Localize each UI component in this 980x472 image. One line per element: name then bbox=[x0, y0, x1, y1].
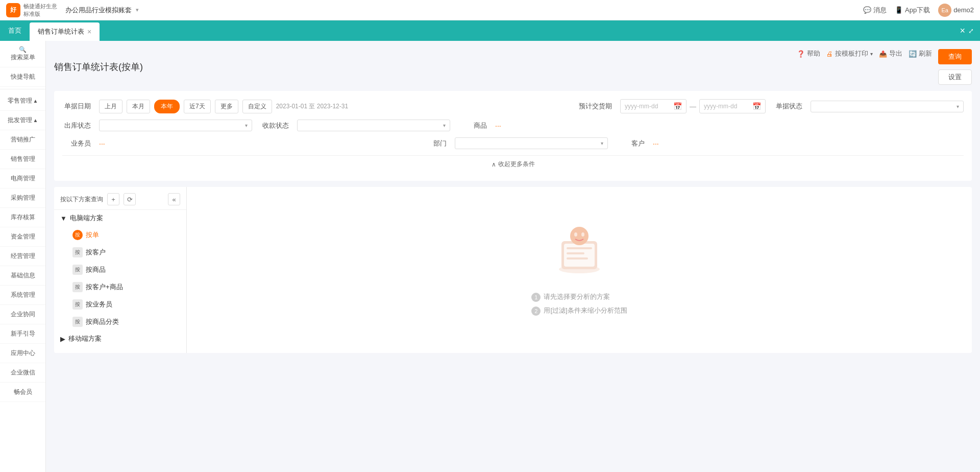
sidebar-item-member[interactable]: 畅会员 bbox=[0, 383, 45, 402]
sidebar-item-operations[interactable]: 经营管理 bbox=[0, 247, 45, 266]
customer-more-icon[interactable]: ··· bbox=[653, 139, 659, 148]
workspace-title: 办公用品行业模拟账套 bbox=[65, 6, 132, 15]
sidebar-item-inventory[interactable]: 库存核算 bbox=[0, 208, 45, 227]
svg-rect-6 bbox=[567, 247, 592, 249]
expected-date-end-input[interactable]: yyyy-mm-dd 📅 bbox=[699, 99, 766, 113]
print-dropdown-arrow[interactable]: ▾ bbox=[870, 51, 873, 57]
salesman-filter-section: ··· bbox=[99, 139, 410, 148]
sidebar-shortcut[interactable]: 快捷导航 bbox=[0, 67, 45, 87]
tree-node-by-order[interactable]: 按 按单 bbox=[66, 226, 186, 244]
date-btn-last-month[interactable]: 上月 bbox=[99, 100, 122, 113]
date-btn-this-year[interactable]: 本年 bbox=[154, 100, 180, 113]
department-arrow: ▾ bbox=[601, 140, 603, 146]
sidebar-item-sales[interactable]: 销售管理 bbox=[0, 150, 45, 169]
status-select[interactable]: ▾ bbox=[811, 101, 964, 112]
sidebar-item-app-center[interactable]: 应用中心 bbox=[0, 344, 45, 363]
refresh-button[interactable]: 🔄 刷新 bbox=[909, 49, 932, 58]
by-order-icon: 按 bbox=[72, 230, 83, 240]
template-print-button[interactable]: 🖨 按模板打印 ▾ bbox=[826, 49, 873, 58]
mobile-scheme-expand[interactable]: ▶ bbox=[60, 335, 65, 343]
status-select-arrow: ▾ bbox=[957, 104, 959, 109]
tree-node-by-salesman[interactable]: 按 按业务员 bbox=[66, 296, 186, 313]
svg-rect-8 bbox=[567, 257, 588, 259]
expected-date-start-input[interactable]: yyyy-mm-dd 📅 bbox=[620, 99, 687, 113]
add-scheme-button[interactable]: + bbox=[107, 193, 119, 205]
left-panel-toolbar: 按以下方案查询 + ⟳ « bbox=[54, 193, 186, 210]
logo-area: 好 畅捷通好生意 标准版 bbox=[6, 3, 57, 17]
sidebar-item-system[interactable]: 系统管理 bbox=[0, 286, 45, 305]
collapse-scheme-button[interactable]: « bbox=[168, 193, 180, 205]
sidebar-item-finance[interactable]: 资金管理 bbox=[0, 227, 45, 247]
tree-node-mobile-scheme: ▶ 移动端方案 bbox=[54, 331, 186, 347]
sidebar-item-retail[interactable]: 零售管理 ▲ bbox=[0, 91, 45, 111]
tree-node-computer-scheme: ▼ 电脑端方案 bbox=[54, 210, 186, 226]
split-area: 按以下方案查询 + ⟳ « ▼ 电脑端方案 按 按单 按 按客户 bbox=[54, 187, 972, 353]
tab-close-window-icon[interactable]: × bbox=[960, 26, 965, 36]
tree-node-by-category[interactable]: 按 按商品分类 bbox=[66, 313, 186, 331]
sidebar-item-marketing[interactable]: 营销推广 bbox=[0, 130, 45, 150]
tree-node-by-customer[interactable]: 按 按客户 bbox=[66, 244, 186, 261]
date-label: 单据日期 bbox=[62, 102, 91, 111]
date-separator: — bbox=[690, 103, 696, 110]
tab-sales-order-stats[interactable]: 销售订单统计表 × bbox=[30, 22, 100, 41]
svg-point-4 bbox=[574, 232, 577, 237]
left-panel: 按以下方案查询 + ⟳ « ▼ 电脑端方案 按 按单 按 按客户 bbox=[54, 187, 187, 353]
tree-node-by-product[interactable]: 按 按商品 bbox=[66, 261, 186, 278]
product-more-icon[interactable]: ··· bbox=[495, 122, 501, 130]
by-category-icon: 按 bbox=[72, 317, 83, 327]
workspace-dropdown-arrow[interactable]: ▾ bbox=[136, 7, 139, 13]
app-download-button[interactable]: 📱 App下载 bbox=[895, 6, 930, 15]
sidebar-search[interactable]: 🔍 搜索菜单 bbox=[0, 41, 45, 67]
top-bar-right: 💬 消息 📱 App下载 Ea demo2 bbox=[863, 4, 974, 17]
date-btn-7days[interactable]: 近7天 bbox=[184, 100, 211, 113]
main-area: 🔍 搜索菜单 快捷导航 零售管理 ▲ 批发管理 ▲ 营销推广 销售管理 电商管理… bbox=[0, 41, 980, 472]
department-label: 部门 bbox=[418, 139, 447, 148]
expected-date-inputs: yyyy-mm-dd 📅 — yyyy-mm-dd 📅 bbox=[620, 99, 766, 113]
query-settings-area: 查询 设置 bbox=[938, 49, 972, 85]
user-menu[interactable]: Ea demo2 bbox=[938, 4, 974, 17]
date-btn-more[interactable]: 更多 bbox=[215, 100, 238, 113]
sidebar: 🔍 搜索菜单 快捷导航 零售管理 ▲ 批发管理 ▲ 营销推广 销售管理 电商管理… bbox=[0, 41, 46, 472]
sidebar-item-enterprise[interactable]: 企业协同 bbox=[0, 305, 45, 324]
salesman-more-icon[interactable]: ··· bbox=[99, 139, 105, 148]
retail-arrow-icon: ▲ bbox=[33, 98, 38, 104]
export-button[interactable]: 📤 导出 bbox=[879, 49, 902, 58]
out-status-select[interactable]: ▾ bbox=[99, 120, 252, 131]
wholesale-arrow-icon: ▲ bbox=[33, 117, 38, 123]
empty-tips-list: 1 请先选择要分析的方案 2 用[过滤]条件来缩小分析范围 bbox=[531, 292, 627, 320]
computer-scheme-expand[interactable]: ▼ bbox=[60, 215, 67, 222]
tab-close-icon[interactable]: × bbox=[87, 28, 91, 36]
salesman-label: 业务员 bbox=[62, 139, 91, 148]
message-icon: 💬 bbox=[863, 6, 871, 14]
tree-node-by-customer-product[interactable]: 按 按客户+商品 bbox=[66, 278, 186, 296]
filter-panel: 单据日期 上月 本月 本年 近7天 更多 自定义 2023-01-01 至 20… bbox=[54, 91, 972, 181]
tab-maximize-icon[interactable]: ⤢ bbox=[968, 27, 974, 35]
sidebar-item-purchase[interactable]: 采购管理 bbox=[0, 188, 45, 208]
status-label: 单据状态 bbox=[774, 102, 802, 111]
tree-child-nodes: 按 按单 按 按客户 按 按商品 按 按客户+商品 bbox=[54, 226, 186, 331]
sidebar-item-wechat[interactable]: 企业微信 bbox=[0, 363, 45, 383]
filter-row-2: 出库状态 ▾ 收款状态 ▾ 商品 ··· bbox=[62, 120, 964, 131]
collapse-filter-button[interactable]: ∧ 收起更多条件 bbox=[62, 155, 964, 173]
help-icon: ❓ bbox=[797, 50, 805, 58]
sidebar-item-basic-info[interactable]: 基础信息 bbox=[0, 266, 45, 286]
right-panel-empty: 1 请先选择要分析的方案 2 用[过滤]条件来缩小分析范围 bbox=[187, 187, 972, 353]
help-button[interactable]: ❓ 帮助 bbox=[797, 49, 820, 58]
department-select[interactable]: ▾ bbox=[455, 137, 608, 149]
date-btn-custom[interactable]: 自定义 bbox=[242, 100, 272, 113]
settings-button[interactable]: 设置 bbox=[938, 69, 972, 85]
action-buttons: ❓ 帮助 🖨 按模板打印 ▾ 📤 导出 🔄 刷新 bbox=[797, 49, 932, 58]
receipt-status-select[interactable]: ▾ bbox=[297, 120, 450, 131]
sidebar-item-ecommerce[interactable]: 电商管理 bbox=[0, 169, 45, 188]
query-button[interactable]: 查询 bbox=[938, 49, 972, 64]
refresh-scheme-button[interactable]: ⟳ bbox=[124, 193, 136, 205]
tip-num-1: 1 bbox=[531, 293, 541, 302]
message-button[interactable]: 💬 消息 bbox=[863, 6, 887, 15]
by-salesman-icon: 按 bbox=[72, 299, 83, 310]
tab-home[interactable]: 首页 bbox=[0, 20, 30, 41]
sidebar-item-wholesale[interactable]: 批发管理 ▲ bbox=[0, 111, 45, 130]
page-title: 销售订单统计表(按单) bbox=[54, 61, 143, 73]
sidebar-item-newbie[interactable]: 新手引导 bbox=[0, 324, 45, 344]
search-icon: 🔍 bbox=[0, 46, 45, 53]
date-btn-this-month[interactable]: 本月 bbox=[127, 100, 150, 113]
